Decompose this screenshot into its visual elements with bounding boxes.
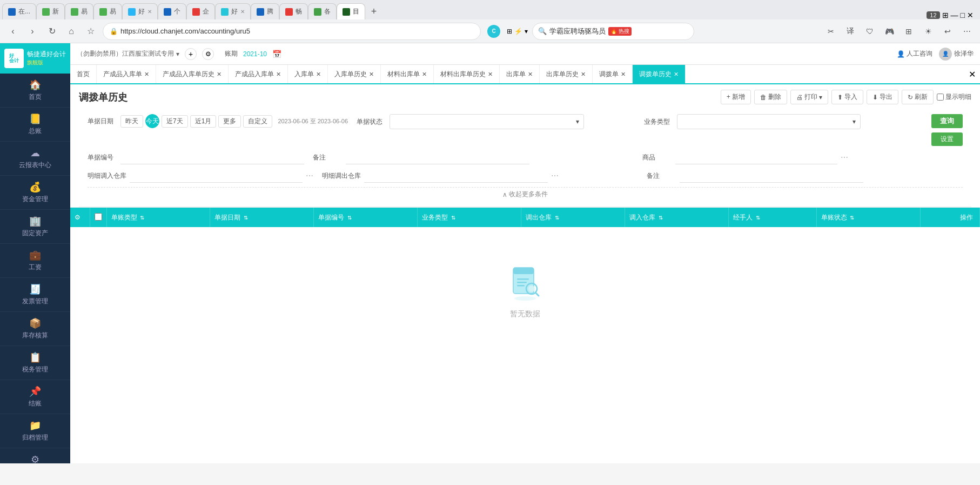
delete-btn[interactable]: 🗑 删除: [754, 90, 787, 104]
th-settings[interactable]: ⚙: [70, 208, 90, 227]
browser-tab-close-8[interactable]: ✕: [240, 9, 245, 15]
page-tab-in-hist[interactable]: 入库单历史 ✕: [328, 65, 381, 84]
sidebar-item-archive[interactable]: 📁 归档管理: [0, 414, 70, 448]
game-icon[interactable]: 🎮: [882, 24, 897, 39]
sidebar-item-asset[interactable]: 🏢 固定资产: [0, 210, 70, 244]
history-icon[interactable]: ↩: [940, 24, 955, 39]
refresh-btn[interactable]: ↻ 刷新: [902, 90, 934, 104]
bookmark-btn[interactable]: ☆: [83, 24, 98, 39]
detail-remark-input[interactable]: [680, 169, 863, 183]
sidebar-item-tax[interactable]: 📋 税务管理: [0, 346, 70, 380]
address-box[interactable]: 🔒 https://cloud.chanjet.com/accounting/u…: [103, 23, 481, 40]
page-tab-out-order-close[interactable]: ✕: [528, 71, 533, 78]
biztype-filter-select[interactable]: ▾: [677, 114, 861, 129]
sidebar-item-ledger[interactable]: 📒 总账: [0, 108, 70, 142]
page-tab-mat-out-close[interactable]: ✕: [422, 71, 427, 78]
home-btn[interactable]: ⌂: [64, 24, 79, 39]
page-tab-out-hist-close[interactable]: ✕: [581, 71, 586, 78]
page-tab-home[interactable]: 首页: [70, 65, 97, 84]
page-tab-product-in-hist[interactable]: 产成品入库单历史 ✕: [156, 65, 229, 84]
th-biz-sort[interactable]: ⇅: [451, 215, 455, 221]
maximize-icon[interactable]: □: [961, 11, 965, 19]
th-in-wh-sort[interactable]: ⇅: [659, 215, 663, 221]
search-bar[interactable]: 🔍 学霸应聘场驱鸟员 🔥 热搜: [532, 23, 694, 40]
detail-in-input[interactable]: [130, 169, 303, 183]
collapse-btn[interactable]: ∧ 收起更多条件: [502, 190, 548, 199]
th-checkbox[interactable]: [90, 208, 106, 227]
th-status[interactable]: 单账状态 ⇅: [816, 208, 920, 227]
th-handler-sort[interactable]: ⇅: [756, 215, 760, 221]
browser-tab-2[interactable]: 新: [36, 3, 65, 19]
page-tab-product-in-hist-close[interactable]: ✕: [217, 71, 221, 78]
browser-tab-7[interactable]: 企: [186, 3, 215, 19]
more-icon[interactable]: ⋯: [959, 24, 975, 39]
sidebar-item-invoice[interactable]: 🧾 发票管理: [0, 278, 70, 312]
query-btn[interactable]: 查询: [931, 114, 963, 128]
select-all-checkbox[interactable]: [95, 213, 102, 221]
orderno-input[interactable]: [120, 150, 304, 164]
page-tab-transfer[interactable]: 调拨单 ✕: [593, 65, 633, 84]
new-btn[interactable]: + 新增: [721, 90, 751, 104]
minimize-icon[interactable]: —: [951, 11, 958, 19]
sidebar-item-closing[interactable]: 📌 结账: [0, 380, 70, 414]
date-more-btn[interactable]: 更多: [218, 115, 241, 128]
display-detail-label[interactable]: 显示明细: [937, 92, 971, 102]
page-tab-transfer-hist[interactable]: 调拨单历史 ✕: [633, 65, 686, 84]
period-value[interactable]: 2021-10: [243, 50, 267, 58]
page-tab-in-order-close[interactable]: ✕: [316, 71, 321, 78]
grid-icon[interactable]: ⊞: [901, 24, 916, 39]
th-no[interactable]: 单据编号 ⇅: [314, 208, 418, 227]
goods-input[interactable]: [675, 150, 837, 164]
display-detail-checkbox[interactable]: [937, 94, 944, 101]
brightness-icon[interactable]: ☀: [921, 24, 936, 39]
browser-tab-10[interactable]: 畅: [279, 3, 308, 19]
new-tab-btn[interactable]: +: [365, 3, 382, 19]
date-7days-btn[interactable]: 近7天: [162, 115, 188, 128]
date-yesterday-btn[interactable]: 昨天: [120, 115, 143, 128]
print-btn[interactable]: 🖨 打印 ▾: [790, 90, 828, 104]
status-filter-select[interactable]: ▾: [390, 114, 584, 129]
date-1month-btn[interactable]: 近1月: [190, 115, 217, 128]
th-out-wh-sort[interactable]: ⇅: [555, 215, 559, 221]
browser-tab-close-5[interactable]: ✕: [147, 9, 152, 15]
shield-icon[interactable]: 🛡: [862, 24, 877, 39]
sidebar-item-wage[interactable]: 💼 工资: [0, 244, 70, 278]
close-window-icon[interactable]: ✕: [967, 11, 974, 19]
detail-out-more-icon[interactable]: ⋯: [551, 171, 559, 180]
th-type[interactable]: 单账类型 ⇅: [106, 208, 210, 227]
sidebar-item-fund[interactable]: 💰 资金管理: [0, 176, 70, 210]
page-tab-product-in-close[interactable]: ✕: [144, 71, 149, 78]
user-info[interactable]: 👤 徐泽华: [939, 48, 974, 61]
page-tab-out-order[interactable]: 出库单 ✕: [500, 65, 540, 84]
sidebar-item-settings[interactable]: ⚙ 基础设置: [0, 448, 70, 463]
page-tab-product-in2[interactable]: 产成品入库单 ✕: [229, 65, 288, 84]
browser-tab-9[interactable]: 腾: [251, 3, 279, 19]
page-tab-transfer-hist-close[interactable]: ✕: [674, 71, 679, 78]
remark-input[interactable]: [346, 150, 529, 164]
browser-tab-3[interactable]: 易: [65, 3, 93, 19]
settings-btn[interactable]: 设置: [931, 132, 963, 146]
support-btn[interactable]: 👤 人工咨询: [897, 49, 932, 58]
page-tab-mat-out[interactable]: 材料出库单 ✕: [381, 65, 434, 84]
tab-menu-icon[interactable]: ⊞: [942, 11, 949, 19]
scissors-icon[interactable]: ✂: [823, 24, 838, 39]
page-tab-in-order[interactable]: 入库单 ✕: [288, 65, 328, 84]
th-type-sort[interactable]: ⇅: [140, 215, 144, 221]
export-btn[interactable]: ⬇ 导出: [867, 90, 898, 104]
browser-tab-5[interactable]: 好 ✕: [122, 3, 158, 19]
reload-btn[interactable]: ↻: [44, 24, 59, 39]
forward-btn[interactable]: ›: [25, 24, 40, 39]
page-tab-mat-out-hist[interactable]: 材料出库单历史 ✕: [434, 65, 500, 84]
company-selector[interactable]: （勿删勿禁用）江西服宝测试专用 ▾: [77, 49, 179, 58]
sidebar-logo[interactable]: 好会计 畅捷通好会计 旗舰版: [0, 43, 70, 74]
goods-more-icon[interactable]: ⋯: [841, 153, 848, 162]
detail-in-more-icon[interactable]: ⋯: [306, 171, 313, 180]
browser-tab-1[interactable]: 在...: [2, 3, 36, 19]
page-tab-transfer-close[interactable]: ✕: [621, 71, 626, 78]
th-date[interactable]: 单据日期 ⇅: [210, 208, 314, 227]
add-company-btn[interactable]: +: [185, 48, 197, 60]
sidebar-item-inventory[interactable]: 📦 库存核算: [0, 312, 70, 346]
date-custom-btn[interactable]: 自定义: [243, 115, 272, 128]
page-tab-product-in2-close[interactable]: ✕: [276, 71, 281, 78]
close-all-tabs-btn[interactable]: ✕: [969, 69, 976, 79]
